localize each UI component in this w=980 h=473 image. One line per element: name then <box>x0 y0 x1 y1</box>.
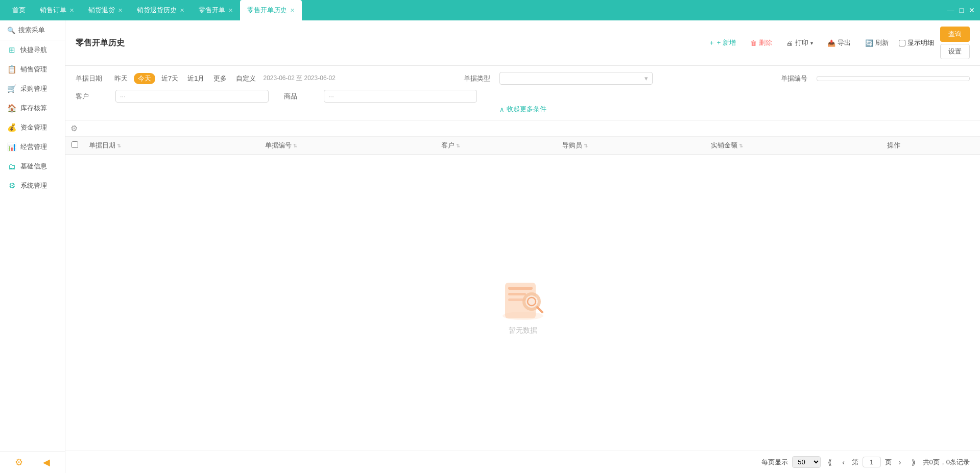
pagination-bar: 每页显示 102050100 ⟪ ‹ 第 页 › ⟫ 共0页，0条记录 <box>65 451 980 473</box>
tab-close-icon[interactable]: ✕ <box>290 7 295 14</box>
page-suffix: 页 <box>885 458 892 467</box>
tab-close-icon[interactable]: ✕ <box>228 7 233 14</box>
tab-sales-order[interactable]: 销售订单✕ <box>33 0 81 20</box>
header-col-action: 操作 <box>882 137 980 155</box>
sidebar-purchase-label: 采购管理 <box>20 84 47 93</box>
per-page-select[interactable]: 102050100 <box>792 456 821 468</box>
last-page-btn[interactable]: ⟫ <box>909 457 919 467</box>
type-select-chevron: ▾ <box>644 74 648 82</box>
print-chevron-icon: ▾ <box>810 40 813 46</box>
sidebar-item-system[interactable]: ⚙ 系统管理 <box>0 176 65 195</box>
tab-home[interactable]: 首页 <box>5 0 33 20</box>
goods-placeholder: ··· <box>328 92 334 100</box>
tab-close-icon[interactable]: ✕ <box>69 7 74 14</box>
sidebar-item-sales[interactable]: 📋 销售管理 <box>0 60 65 79</box>
main-layout: 🔍 搜索采单 ⊞ 快捷导航 📋 销售管理 🛒 采购管理 🏠 库存核算 💰 资金管… <box>0 20 980 473</box>
header-col-number[interactable]: 单据编号 ⇅ <box>260 137 436 155</box>
date-opt-近7天[interactable]: 近7天 <box>158 73 181 84</box>
sidebar-operation-label: 经营管理 <box>20 142 47 152</box>
customer-placeholder: ··· <box>120 92 126 100</box>
add-label: + 新增 <box>717 38 736 47</box>
total-info: 共0页，0条记录 <box>923 458 970 467</box>
export-button[interactable]: 📤 导出 <box>823 36 855 49</box>
display-detail-checkbox[interactable] <box>899 40 905 46</box>
sidebar-quick-nav-label: 快捷导航 <box>20 45 47 55</box>
col-label-guide: 导购员 <box>562 141 582 149</box>
window-close-btn[interactable]: ✕ <box>969 6 975 14</box>
number-filter-input[interactable] <box>817 76 970 81</box>
delete-label: 删除 <box>759 38 772 47</box>
refresh-icon: 🔄 <box>865 39 873 47</box>
date-opt-近1月[interactable]: 近1月 <box>184 73 207 84</box>
date-filter-label: 单据日期 <box>76 74 111 83</box>
customer-filter-label: 客户 <box>76 92 111 101</box>
col-label-action: 操作 <box>887 141 900 149</box>
table-header-row: 单据日期 ⇅单据编号 ⇅客户 ⇅导购员 ⇅实销金额 ⇅操作 <box>65 137 980 155</box>
customer-filter-item: 客户 ··· <box>76 90 269 103</box>
export-icon: 📤 <box>827 39 835 47</box>
date-opt-今天[interactable]: 今天 <box>134 73 155 84</box>
window-max-btn[interactable]: □ <box>960 6 964 14</box>
tab-close-icon[interactable]: ✕ <box>180 7 184 14</box>
tab-sales-return-history[interactable]: 销货退货历史✕ <box>130 0 192 20</box>
query-button[interactable]: 查询 <box>940 27 970 42</box>
col-label-amount: 实销金额 <box>711 141 737 149</box>
sidebar-search[interactable]: 🔍 搜索采单 <box>0 20 65 40</box>
sidebar: 🔍 搜索采单 ⊞ 快捷导航 📋 销售管理 🛒 采购管理 🏠 库存核算 💰 资金管… <box>0 20 65 473</box>
sidebar-item-finance[interactable]: 💰 资金管理 <box>0 118 65 137</box>
sort-icon-customer: ⇅ <box>455 143 460 148</box>
sidebar-item-inventory[interactable]: 🏠 库存核算 <box>0 98 65 118</box>
display-detail-toggle[interactable]: 显示明细 <box>899 38 934 47</box>
page-number-input[interactable] <box>863 457 881 467</box>
add-button[interactable]: ＋ + 新增 <box>704 36 740 49</box>
sidebar-collapse-icon[interactable]: ◀ <box>43 457 50 468</box>
header-col-guide[interactable]: 导购员 ⇅ <box>557 137 706 155</box>
delete-button[interactable]: 🗑 删除 <box>746 36 776 49</box>
sidebar-item-operation[interactable]: 📊 经营管理 <box>0 137 65 157</box>
window-controls: — □ ✕ <box>947 6 975 14</box>
goods-filter-item: 商品 ··· <box>284 90 477 103</box>
sidebar-items-container: ⊞ 快捷导航 📋 销售管理 🛒 采购管理 🏠 库存核算 💰 资金管理 📊 经营管… <box>0 40 65 195</box>
sidebar-item-purchase[interactable]: 🛒 采购管理 <box>0 79 65 98</box>
header-col-customer[interactable]: 客户 ⇅ <box>436 137 557 155</box>
filter-area: 单据日期 昨天今天近7天近1月更多自定义 2023-06-02 至 2023-0… <box>65 66 980 120</box>
sidebar-item-quick-nav[interactable]: ⊞ 快捷导航 <box>0 40 65 60</box>
next-page-btn[interactable]: › <box>896 457 904 467</box>
tab-close-icon[interactable]: ✕ <box>118 7 123 14</box>
header-checkbox-col <box>65 137 84 155</box>
collapse-filter-btn[interactable]: ∧ 收起更多条件 <box>76 105 970 114</box>
header-col-date[interactable]: 单据日期 ⇅ <box>84 137 260 155</box>
sidebar-settings-icon[interactable]: ⚙ <box>15 457 23 468</box>
search-icon: 🔍 <box>7 27 15 34</box>
window-min-btn[interactable]: — <box>947 6 954 14</box>
page-title: 零售开单历史 <box>76 38 125 48</box>
sidebar-system-icon: ⚙ <box>7 181 16 190</box>
sidebar-system-label: 系统管理 <box>20 181 47 190</box>
print-label: 打印 <box>795 38 808 47</box>
goods-filter-input[interactable]: ··· <box>324 90 477 103</box>
prev-page-btn[interactable]: ‹ <box>839 457 848 467</box>
number-filter-label: 单据编号 <box>781 74 817 83</box>
date-opt-自定义[interactable]: 自定义 <box>233 73 259 84</box>
tab-sales-return[interactable]: 销货退货✕ <box>81 0 130 20</box>
tab-retail-open[interactable]: 零售开单✕ <box>192 0 240 20</box>
table-settings-icon[interactable]: ⚙ <box>70 123 78 133</box>
svg-rect-3 <box>508 293 526 295</box>
date-opt-昨天[interactable]: 昨天 <box>111 73 131 84</box>
refresh-button[interactable]: 🔄 刷新 <box>861 36 893 49</box>
filter-row-1: 单据日期 昨天今天近7天近1月更多自定义 2023-06-02 至 2023-0… <box>76 72 970 85</box>
customer-filter-input[interactable]: ··· <box>115 90 269 103</box>
first-page-btn[interactable]: ⟪ <box>825 457 835 467</box>
settings-button[interactable]: 设置 <box>940 44 970 59</box>
tabs-container: 首页销售订单✕销货退货✕销货退货历史✕零售开单✕零售开单历史✕ <box>5 0 947 20</box>
svg-line-7 <box>537 307 542 312</box>
date-opt-更多[interactable]: 更多 <box>210 73 230 84</box>
select-all-checkbox[interactable] <box>71 141 78 148</box>
type-filter-select[interactable]: ▾ <box>499 72 653 85</box>
top-tabs-bar: 首页销售订单✕销货退货✕销货退货历史✕零售开单✕零售开单历史✕ — □ ✕ <box>0 0 980 20</box>
tab-retail-open-history[interactable]: 零售开单历史✕ <box>240 0 302 20</box>
header-col-amount[interactable]: 实销金额 ⇅ <box>706 137 882 155</box>
sidebar-inventory-icon: 🏠 <box>7 104 16 113</box>
sidebar-item-basic-info[interactable]: 🗂 基础信息 <box>0 157 65 176</box>
print-button[interactable]: 🖨 打印 ▾ <box>782 36 817 49</box>
